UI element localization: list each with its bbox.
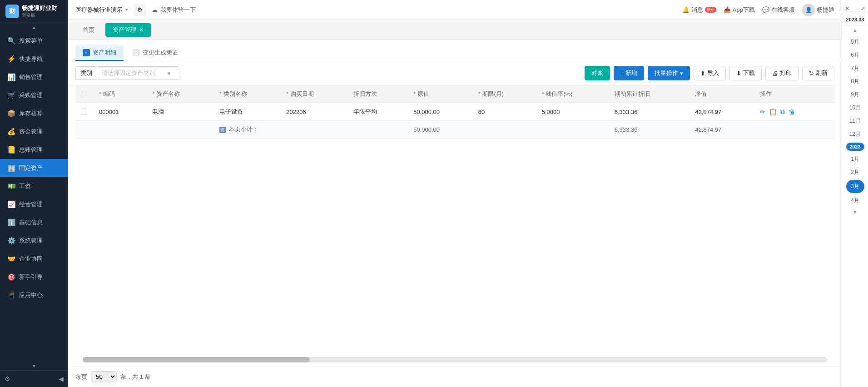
sub-tab-change-voucher[interactable]: 📄 变更生成凭证	[125, 45, 185, 61]
sidebar-item-purchase[interactable]: 🛒 采购管理	[0, 86, 68, 104]
tab-asset-management[interactable]: 资产管理 ✕	[105, 23, 151, 37]
sales-icon: 📊	[7, 73, 15, 81]
sidebar-item-quick-nav[interactable]: ⚡ 快捷导航	[0, 50, 68, 68]
month-6[interactable]: 6月	[842, 49, 868, 62]
month-nav-up[interactable]: ▲	[851, 25, 860, 35]
purchase-icon: 🛒	[7, 91, 15, 99]
sidebar-label-ledger: 总账管理	[19, 146, 43, 154]
sidebar-item-sales[interactable]: 📊 销售管理	[0, 68, 68, 86]
col-initial-accumulated: 期初累计折旧	[609, 85, 690, 103]
company-selector[interactable]: 医疗器械行业演示 ▾	[75, 6, 128, 14]
month-11[interactable]: 11月	[842, 114, 868, 128]
sidebar-item-search[interactable]: 🔍 搜索菜单	[0, 32, 68, 50]
sidebar-label-enterprise: 企业协同	[19, 255, 43, 263]
row-select-checkbox[interactable]	[81, 109, 87, 115]
month-5[interactable]: 5月	[842, 35, 868, 49]
new-button[interactable]: + 新增	[614, 66, 644, 80]
scroll-thumb[interactable]	[83, 357, 310, 362]
sidebar-item-wage[interactable]: 💵 工资	[0, 177, 68, 195]
sidebar-item-system[interactable]: ⚙️ 系统管理	[0, 232, 68, 250]
subtotal-label: 页 本页小计：	[214, 121, 408, 139]
delete-icon[interactable]: 🗑	[789, 108, 795, 116]
user-name: 畅捷通	[817, 6, 834, 14]
month-8[interactable]: 8月	[842, 75, 868, 88]
month-7[interactable]: 7月	[842, 62, 868, 75]
cell-period: 60	[473, 103, 536, 121]
toolbar-left: 类别 请选择固定资产类别 ▾	[75, 66, 179, 80]
col-checkbox	[75, 85, 94, 103]
sidebar-item-fund[interactable]: 💰 资金管理	[0, 123, 68, 141]
month-9[interactable]: 9月	[842, 88, 868, 101]
per-page-select[interactable]: 50 100	[91, 371, 117, 382]
category-dropdown-icon: ▾	[168, 70, 174, 77]
tab-home[interactable]: 首页	[75, 23, 102, 37]
cell-residual-rate: 5.0000	[536, 103, 609, 121]
batch-operation-button[interactable]: 批量操作 ▾	[648, 66, 690, 80]
sidebar-item-fixed-assets[interactable]: 🏢 固定资产	[0, 159, 68, 177]
sidebar-label-system: 系统管理	[19, 237, 43, 245]
sidebar-item-ledger[interactable]: 📒 总账管理	[0, 141, 68, 159]
subtotal-net-value: 42,874.97	[689, 121, 754, 139]
sidebar-item-basic-info[interactable]: ℹ️ 基础信息	[0, 213, 68, 232]
experience-btn[interactable]: ☁ 我要体验一下	[152, 6, 196, 14]
sidebar-label-quick-nav: 快捷导航	[19, 55, 43, 63]
close-panel-icon[interactable]: ✕	[845, 5, 849, 12]
online-service-btn[interactable]: 💬 在线客服	[762, 6, 795, 14]
reconcile-button[interactable]: 对账	[585, 66, 610, 80]
month-nav-down[interactable]: ▼	[851, 207, 860, 217]
sidebar-item-operation[interactable]: 📈 经营管理	[0, 195, 68, 213]
sidebar-item-inventory[interactable]: 📦 库存核算	[0, 104, 68, 123]
month-3-current[interactable]: 3月	[846, 180, 864, 193]
copy-icon[interactable]: 📋	[769, 108, 777, 116]
horizontal-scrollbar[interactable]	[83, 357, 827, 362]
sidebar-scroll-up[interactable]: ▲	[0, 23, 68, 32]
settings-icon[interactable]: ⚙	[5, 375, 10, 382]
month-4[interactable]: 4月	[842, 194, 868, 207]
app-download-btn[interactable]: 📥 App下载	[724, 6, 755, 14]
logo-icon: 财	[5, 5, 19, 18]
tab-home-label: 首页	[83, 26, 94, 33]
tab-close-icon[interactable]: ✕	[139, 27, 144, 33]
expand-panel-icon[interactable]: ⤢	[861, 5, 865, 12]
clone-icon[interactable]: ⧉	[780, 108, 785, 116]
print-button[interactable]: 🖨 打印	[765, 66, 799, 80]
month-12[interactable]: 12月	[842, 128, 868, 141]
month-2[interactable]: 2月	[842, 166, 868, 179]
import-button[interactable]: ⬆ 导入	[694, 66, 726, 80]
download-button[interactable]: ⬇ 下载	[729, 66, 762, 80]
select-all-checkbox[interactable]	[81, 91, 87, 97]
notifications-btn[interactable]: 🔔 消息 99+	[682, 6, 716, 14]
sidebar-item-enterprise[interactable]: 🤝 企业协同	[0, 250, 68, 268]
toolbar: 类别 请选择固定资产类别 ▾ 对账 + 新增 批量操作 ▾	[68, 61, 842, 85]
batch-dropdown-icon: ▾	[680, 70, 683, 77]
action-icons: ✏ 📋 ⧉ 🗑	[760, 108, 829, 116]
category-filter-input[interactable]: 请选择固定资产类别 ▾	[97, 67, 179, 79]
col-original-value: 原值	[408, 85, 473, 103]
sidebar-scroll-down[interactable]: ▼	[0, 362, 68, 370]
sidebar-label-guide: 新手引导	[19, 273, 43, 281]
col-purchase-date: 购买日期	[281, 85, 347, 103]
sub-tab-asset-detail[interactable]: ≡ 资产明细	[75, 45, 124, 61]
edit-icon[interactable]: ✏	[760, 108, 765, 116]
app-logo: 财 畅捷通好业财 普及版	[0, 0, 68, 23]
asset-detail-tab-icon: ≡	[83, 49, 90, 56]
fixed-assets-icon: 🏢	[7, 164, 15, 172]
sidebar-item-app-center[interactable]: 📱 应用中心	[0, 286, 68, 304]
month-1[interactable]: 1月	[842, 153, 868, 166]
col-period: 期限(月)	[473, 85, 536, 103]
user-menu[interactable]: 👤 畅捷通	[802, 4, 834, 16]
category-filter-label: 类别	[76, 67, 97, 79]
download-icon: 📥	[724, 6, 731, 13]
collapse-icon[interactable]: ◀	[59, 375, 64, 382]
enterprise-icon: 🤝	[7, 255, 15, 263]
category-filter: 类别 请选择固定资产类别 ▾	[75, 66, 179, 80]
inventory-icon: 📦	[7, 109, 15, 118]
page-content: ≡ 资产明细 📄 变更生成凭证 类别 请选择固定资产类别 ▾	[68, 40, 842, 387]
fund-icon: 💰	[7, 128, 15, 136]
sidebar-item-guide[interactable]: 🎯 新手引导	[0, 268, 68, 286]
topbar-settings-btn[interactable]: ⚙	[134, 4, 146, 16]
refresh-button[interactable]: ↻ 刷新	[802, 66, 834, 80]
change-voucher-tab-icon: 📄	[133, 49, 140, 56]
month-10[interactable]: 10月	[842, 101, 868, 114]
gear-icon: ⚙	[137, 6, 143, 13]
